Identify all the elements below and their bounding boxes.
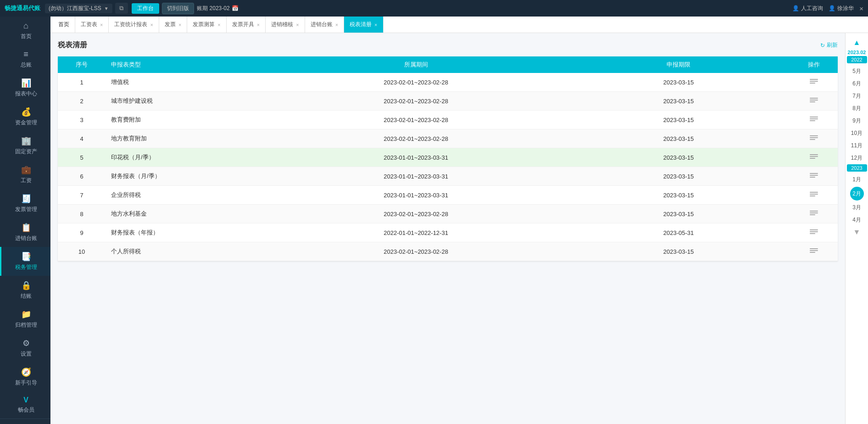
refresh-button[interactable]: ↻ 刷新 — [820, 41, 838, 49]
funds-icon: 💰 — [21, 107, 31, 117]
action-detail-icon[interactable] — [808, 77, 819, 88]
home-icon: ⌂ — [23, 21, 28, 31]
tab-close-icon[interactable]: × — [150, 22, 153, 28]
table-row: 2 城市维护建设税 2023-02-01~2023-02-28 2023-03-… — [58, 92, 838, 111]
content-area: 首页 工资表 × 工资统计报表 × 发票 × 发票测算 × 发票开具 × — [50, 17, 868, 424]
month-12-2022[interactable]: 12月 — [847, 152, 867, 164]
sidebar-item-home[interactable]: ⌂ 首页 — [0, 17, 50, 45]
cell-seq: 8 — [58, 205, 106, 223]
cell-seq: 6 — [58, 167, 106, 186]
sidebar-item-tax-mgmt[interactable]: 📑 税务管理 — [0, 247, 50, 276]
tab-purchase-ledger[interactable]: 进销台账 × — [305, 17, 344, 33]
cell-type: 财务报表（年报） — [106, 223, 265, 242]
cell-period: 2023-01-01~2023-03-31 — [265, 186, 567, 205]
month-4-2023[interactable]: 4月 — [847, 214, 867, 226]
svg-rect-17 — [810, 177, 815, 178]
tab-tax-register[interactable]: 税表清册 × — [344, 17, 383, 33]
panel-up-arrow[interactable]: ▲ — [851, 37, 862, 49]
page-content: 税表清册 ↻ 刷新 序号 申报表类型 所属期间 申报期限 操作 — [50, 33, 845, 424]
month-1-2023[interactable]: 1月 — [847, 173, 867, 186]
top-actions: 工作台 切到旧版 — [132, 3, 194, 14]
user-service-button[interactable]: 👤 人工咨询 — [792, 5, 823, 12]
tab-salary-stats[interactable]: 工资统计报表 × — [109, 17, 159, 33]
action-detail-icon[interactable] — [808, 246, 819, 257]
svg-rect-9 — [810, 135, 818, 136]
svg-rect-22 — [810, 212, 818, 213]
month-2-2023[interactable]: 2月 — [850, 187, 864, 201]
sidebar-item-reports[interactable]: 📊 报表中心 — [0, 73, 50, 102]
sidebar-item-archive[interactable]: 📁 归档管理 — [0, 305, 50, 334]
sidebar-item-label: 归档管理 — [15, 321, 37, 329]
panel-down-arrow[interactable]: ▼ — [851, 226, 862, 238]
sidebar-footer-pin[interactable]: 📌 取消固定 — [0, 418, 50, 424]
copy-icon[interactable]: ⧉ — [115, 3, 128, 14]
sidebar-item-invoice-mgmt[interactable]: 🧾 发票管理 — [0, 189, 50, 218]
window-close-icon[interactable]: × — [859, 5, 863, 12]
tab-close-icon[interactable]: × — [374, 22, 377, 28]
calendar-icon[interactable]: 📅 — [232, 5, 239, 11]
table-row: 9 财务报表（年报） 2022-01-01~2022-12-31 2023-05… — [58, 223, 838, 242]
month-6-2022[interactable]: 6月 — [847, 78, 867, 90]
svg-rect-15 — [810, 173, 818, 174]
month-8-2022[interactable]: 8月 — [847, 102, 867, 115]
cell-type: 印花税（月/季） — [106, 148, 265, 167]
user-profile-button[interactable]: 👤 徐涂华 — [829, 5, 854, 12]
col-seq: 序号 — [58, 56, 106, 73]
action-detail-icon[interactable] — [808, 95, 819, 106]
action-detail-icon[interactable] — [808, 133, 819, 144]
table-row: 3 教育费附加 2023-02-01~2023-02-28 2023-03-15 — [58, 111, 838, 129]
action-detail-icon[interactable] — [808, 152, 819, 163]
sidebar-item-funds[interactable]: 💰 资金管理 — [0, 102, 50, 131]
month-10-2022[interactable]: 10月 — [847, 127, 867, 139]
guide-icon: 🧭 — [21, 367, 31, 377]
action-detail-icon[interactable] — [808, 114, 819, 125]
sidebar-item-vip[interactable]: V 畅会员 — [0, 391, 50, 418]
cell-action — [790, 129, 838, 148]
tab-close-icon[interactable]: × — [178, 22, 181, 28]
sidebar-item-label: 新手引导 — [15, 379, 37, 387]
sidebar-item-guide[interactable]: 🧭 新手引导 — [0, 363, 50, 391]
sidebar-item-closing[interactable]: 🔒 结账 — [0, 276, 50, 305]
month-5-2022[interactable]: 5月 — [847, 65, 867, 78]
period-display: 账期 2023-02 📅 — [197, 5, 239, 12]
sidebar-item-label: 首页 — [21, 33, 32, 40]
sidebar-item-label: 进销台账 — [15, 234, 37, 242]
tab-close-icon[interactable]: × — [257, 22, 260, 28]
action-detail-icon[interactable] — [808, 171, 819, 182]
sidebar-item-assets[interactable]: 🏢 固定资产 — [0, 131, 50, 160]
tab-invoice-check[interactable]: 发票测算 × — [187, 17, 226, 33]
tab-salary-table[interactable]: 工资表 × — [75, 17, 109, 33]
tab-close-icon[interactable]: × — [296, 22, 299, 28]
sidebar-item-salary[interactable]: 💼 工资 — [0, 160, 50, 189]
svg-rect-12 — [810, 154, 818, 155]
period-value: 2023-02 — [210, 5, 230, 11]
cell-period: 2023-02-01~2023-02-28 — [265, 205, 567, 223]
workspace-button[interactable]: 工作台 — [132, 3, 159, 14]
tab-close-icon[interactable]: × — [100, 22, 103, 28]
sidebar-item-settings[interactable]: ⚙ 设置 — [0, 334, 50, 363]
svg-rect-5 — [810, 101, 815, 102]
tab-purchase-check[interactable]: 进销稽核 × — [266, 17, 305, 33]
month-9-2022[interactable]: 9月 — [847, 115, 867, 127]
company-selector[interactable]: (勿动）江西服宝-LSS ▼ — [45, 4, 112, 13]
settings-icon: ⚙ — [22, 338, 30, 348]
tab-close-icon[interactable]: × — [335, 22, 338, 28]
tab-home[interactable]: 首页 — [53, 17, 75, 33]
month-3-2023[interactable]: 3月 — [847, 201, 867, 214]
sidebar-item-purchase-ledger[interactable]: 📋 进销台账 — [0, 218, 50, 247]
tab-invoice[interactable]: 发票 × — [159, 17, 187, 33]
tab-invoice-issue[interactable]: 发票开具 × — [227, 17, 266, 33]
old-version-button[interactable]: 切到旧版 — [162, 3, 194, 14]
action-detail-icon[interactable] — [808, 227, 819, 238]
cell-action — [790, 148, 838, 167]
cell-type: 教育费附加 — [106, 111, 265, 129]
action-detail-icon[interactable] — [808, 208, 819, 219]
svg-rect-18 — [810, 192, 818, 193]
archive-icon: 📁 — [21, 309, 31, 319]
svg-rect-21 — [810, 211, 818, 212]
month-11-2022[interactable]: 11月 — [847, 139, 867, 152]
action-detail-icon[interactable] — [808, 190, 819, 201]
tab-close-icon[interactable]: × — [217, 22, 220, 28]
month-7-2022[interactable]: 7月 — [847, 90, 867, 102]
sidebar-item-ledger[interactable]: ≡ 总账 — [0, 45, 50, 73]
